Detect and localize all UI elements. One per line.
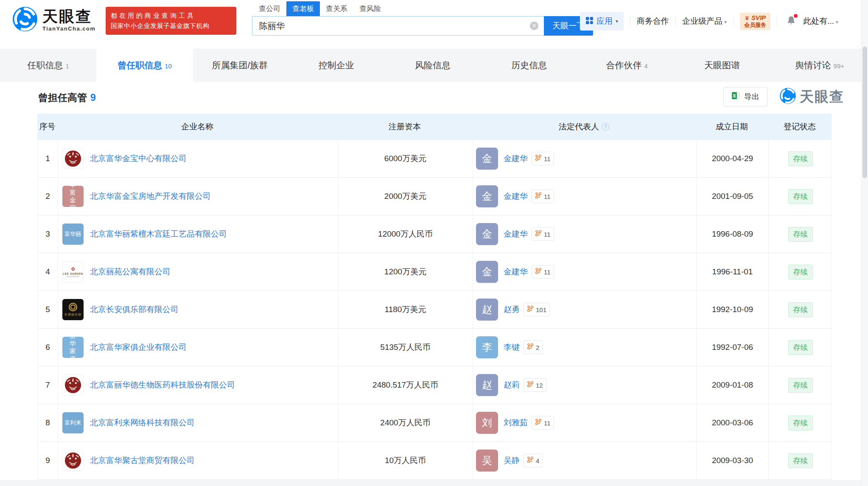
page-tab[interactable]: 合作伙伴 4: [579, 49, 675, 82]
legal-rep-link[interactable]: 吴静: [504, 455, 520, 466]
notifications-bell-icon[interactable]: [786, 15, 796, 27]
legal-rep-link[interactable]: 金建华: [504, 191, 528, 202]
company-link[interactable]: 北京富华聚古堂商贸有限公司: [90, 455, 195, 466]
table-row: 5 长安俱乐部 北京长安俱乐部有限公司 1180万美元 赵 赵勇 101: [37, 291, 832, 329]
legal-rep-avatar[interactable]: 赵: [476, 374, 498, 396]
tab-count: 1: [65, 62, 69, 70]
chevron-down-icon: ▾: [616, 18, 618, 24]
legal-rep-avatar[interactable]: 金: [476, 261, 498, 283]
company-logo: [62, 148, 84, 169]
establish-date: 2001-09-05: [696, 178, 768, 215]
column-header: 成立日期: [696, 121, 768, 132]
company-link[interactable]: 北京丽苑公寓有限公司: [90, 266, 171, 277]
registered-capital: 5135万人民币: [338, 329, 473, 366]
registered-capital: 12000万人民币: [338, 215, 473, 253]
relation-count-badge[interactable]: 12: [524, 378, 546, 392]
table-row: 4 ✿ LEE GARDEN 北京丽苑公寓有限公司 1200万美元 金 金建华: [37, 253, 832, 291]
divider: [777, 17, 777, 26]
legal-rep-avatar[interactable]: 吴: [476, 450, 498, 472]
establish-date: 2009-01-08: [696, 366, 768, 404]
page-tab[interactable]: 舆情讨论 99+: [772, 49, 868, 82]
page-tab[interactable]: 所属集团/族群: [193, 49, 289, 82]
scrollbar[interactable]: [861, 0, 868, 486]
search-type-tab[interactable]: 查风险: [353, 1, 387, 16]
brand-name: 天眼查: [42, 8, 96, 25]
legal-rep-avatar[interactable]: 赵: [476, 299, 498, 321]
column-header: 法定代表人 ?: [472, 121, 696, 132]
table-row: 1 北京富华金宝中心有限公司 6000万美元 金 金建华: [37, 140, 832, 178]
nav-business-cooperation[interactable]: 商务合作: [637, 16, 669, 27]
nav-enterprise-products[interactable]: 企业级产品▾: [682, 16, 727, 27]
user-account-menu[interactable]: 此处有...▾: [803, 16, 838, 27]
page-tab[interactable]: 任职信息 1: [0, 49, 96, 82]
legal-rep-link[interactable]: 李键: [504, 342, 520, 353]
establish-date: 2009-03-30: [696, 442, 768, 479]
search-type-tab[interactable]: 查关系: [320, 1, 353, 16]
relation-count: 2: [536, 344, 539, 351]
table-row: 7 北京富丽华德生物医药科技股份有限公司 2480.517万人民币 赵 赵莉: [37, 366, 832, 404]
relation-count: 11: [544, 231, 551, 238]
page-tab[interactable]: 历史信息: [482, 49, 579, 82]
scrollbar-thumb[interactable]: [862, 47, 867, 178]
page-tab[interactable]: 曾任职信息 10: [96, 49, 193, 82]
page-tab-bar: 任职信息 1 曾任职信息 10 所属集团/族群 控制企业 风险信息 历史信息 合…: [0, 49, 868, 82]
registered-capital: 6000万美元: [338, 140, 473, 177]
legal-rep-avatar[interactable]: 金: [476, 185, 498, 207]
org-graph-icon: [527, 380, 534, 390]
company-logo: 长安俱乐部: [62, 299, 84, 320]
page-tab[interactable]: 天眼图谱: [675, 49, 771, 82]
relation-count-badge[interactable]: 101: [524, 303, 550, 316]
company-seal-logo: [62, 374, 84, 396]
company-lee-garden-logo: ✿ LEE GARDEN: [62, 261, 84, 282]
legal-rep-link[interactable]: 刘雅茹: [504, 417, 528, 428]
column-header: 序号: [37, 121, 57, 132]
company-link[interactable]: 北京富丽华德生物医药科技股份有限公司: [90, 380, 235, 391]
relation-count-badge[interactable]: 11: [532, 265, 554, 279]
company-logo: 富利来: [62, 412, 84, 433]
apps-menu-button[interactable]: 应用 ▾: [580, 12, 624, 31]
org-graph-icon: [535, 192, 542, 201]
tianyancha-logo-icon: [779, 87, 796, 106]
company-logo: 富华丽: [62, 223, 84, 245]
table-row: 6 富华家俱 北京富华家俱企业有限公司 5135万人民币 李 李键 2: [37, 329, 832, 366]
relation-count: 11: [544, 155, 551, 162]
company-logo: [62, 374, 84, 396]
company-link[interactable]: 北京长安俱乐部有限公司: [90, 304, 179, 315]
relation-count-badge[interactable]: 11: [532, 152, 554, 165]
brand-logo[interactable]: 天眼查 TianYanCha.com: [12, 6, 96, 34]
status-badge: 存续: [788, 302, 813, 317]
company-link[interactable]: 北京富利来网络科技有限公司: [90, 417, 195, 428]
legal-rep-avatar[interactable]: 金: [476, 148, 498, 170]
status-badge: 存续: [788, 189, 813, 204]
legal-rep-link[interactable]: 金建华: [504, 229, 528, 240]
row-index: 5: [38, 291, 58, 328]
legal-rep-link[interactable]: 赵勇: [504, 304, 520, 315]
company-link[interactable]: 北京富华家俱企业有限公司: [90, 342, 187, 353]
svip-member-badge[interactable]: ♛ SVIP 会员服务: [740, 13, 770, 30]
legal-rep-avatar[interactable]: 刘: [476, 412, 498, 434]
legal-rep-avatar[interactable]: 金: [476, 223, 498, 245]
relation-count-badge[interactable]: 11: [532, 227, 554, 241]
legal-rep-link[interactable]: 金建华: [504, 153, 528, 164]
help-icon[interactable]: ?: [602, 123, 609, 131]
company-link[interactable]: 北京华富金宝房地产开发有限公司: [90, 191, 211, 202]
company-link[interactable]: 北京富华金宝中心有限公司: [90, 153, 187, 164]
relation-count: 11: [544, 419, 551, 427]
clear-search-icon[interactable]: ✕: [530, 22, 538, 30]
search-type-tab[interactable]: 查公司: [253, 1, 286, 16]
page-tab[interactable]: 控制企业: [289, 49, 386, 82]
legal-rep-avatar[interactable]: 李: [476, 336, 498, 358]
relation-count-badge[interactable]: 11: [532, 190, 554, 203]
relation-count-badge[interactable]: 2: [524, 341, 543, 354]
export-button[interactable]: X 导出: [723, 87, 767, 106]
search-type-tab[interactable]: 查老板: [286, 1, 320, 16]
legal-rep-link[interactable]: 赵莉: [504, 380, 520, 391]
relation-count-badge[interactable]: 4: [524, 454, 543, 467]
company-link[interactable]: 北京富华丽紫檀木宫廷工艺品有限公司: [90, 229, 227, 240]
search-input[interactable]: [252, 16, 544, 36]
legal-rep-link[interactable]: 金建华: [504, 266, 528, 277]
search-type-tabs: 查公司查老板查关系查风险: [253, 3, 593, 16]
page-tab[interactable]: 风险信息: [386, 49, 482, 82]
tianyancha-watermark: 天眼查: [779, 87, 844, 106]
relation-count-badge[interactable]: 11: [532, 416, 554, 430]
